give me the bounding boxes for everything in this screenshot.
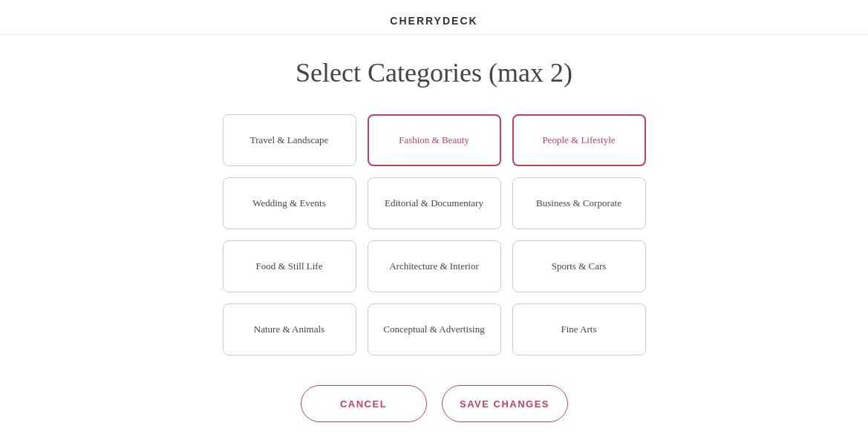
category-btn-business-corporate[interactable]: Business & Corporate — [512, 177, 646, 229]
site-logo: CHERRYDECK — [390, 15, 477, 27]
save-changes-button[interactable]: SAVE CHANGES — [442, 385, 568, 422]
category-btn-fine-arts[interactable]: Fine Arts — [512, 303, 646, 355]
categories-grid: Travel & LandscapeFashion & BeautyPeople… — [223, 114, 646, 355]
category-btn-nature-animals[interactable]: Nature & Animals — [223, 303, 356, 355]
site-header: CHERRYDECK — [0, 0, 868, 35]
category-btn-editorial-documentary[interactable]: Editorial & Documentary — [368, 177, 501, 229]
category-btn-food-still-life[interactable]: Food & Still Life — [223, 240, 356, 292]
category-btn-conceptual-advertising[interactable]: Conceptual & Advertising — [368, 303, 501, 355]
main-content: Select Categories (max 2) Travel & Lands… — [0, 35, 868, 440]
page-title: Select Categories (max 2) — [296, 57, 572, 88]
cancel-button[interactable]: CANCEL — [301, 385, 427, 422]
action-buttons: CANCEL SAVE CHANGES — [301, 385, 568, 422]
category-btn-travel-landscape[interactable]: Travel & Landscape — [223, 114, 356, 166]
category-btn-fashion-beauty[interactable]: Fashion & Beauty — [368, 114, 501, 166]
category-btn-sports-cars[interactable]: Sports & Cars — [512, 240, 646, 292]
category-btn-wedding-events[interactable]: Wedding & Events — [223, 177, 356, 229]
category-btn-people-lifestyle[interactable]: People & Lifestyle — [512, 114, 646, 166]
category-btn-architecture-interior[interactable]: Architecture & Interior — [368, 240, 501, 292]
